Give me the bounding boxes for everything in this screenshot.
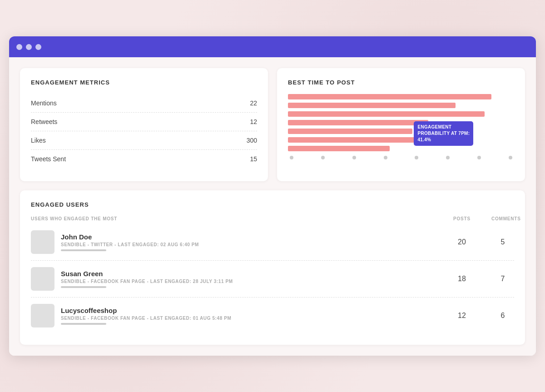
engaged-header-row: USERS WHO ENGAGED THE MOST POSTS COMMENT… — [31, 216, 514, 221]
app-window: ENGAGEMENT METRICS Mentions 22 Retweets … — [9, 36, 536, 356]
bar-7 — [288, 146, 390, 151]
metric-label-tweets-sent: Tweets Sent — [31, 155, 66, 163]
dot-3 — [35, 44, 41, 50]
x-label-4 — [384, 156, 387, 159]
x-label-1 — [290, 156, 293, 159]
user-info-0: John Doe SENDIBLE - TWITTER - LAST ENGAG… — [61, 233, 444, 251]
metric-value-tweets-sent: 15 — [250, 155, 257, 163]
bar-3 — [288, 111, 485, 117]
user-comments-0: 5 — [491, 238, 514, 246]
user-stats-0: 20 5 — [451, 238, 514, 246]
user-info-2: Lucyscoffeeshop SENDIBLE - FACEBOOK FAN … — [61, 307, 444, 325]
top-row: ENGAGEMENT METRICS Mentions 22 Retweets … — [20, 68, 525, 181]
engaged-users-title: ENGAGED USERS — [31, 201, 514, 208]
user-bar-2 — [61, 323, 106, 325]
user-stats-1: 18 7 — [451, 275, 514, 283]
user-posts-0: 20 — [451, 238, 473, 246]
bar-1 — [288, 94, 491, 99]
user-stats-2: 12 6 — [451, 312, 514, 320]
metrics-list: Mentions 22 Retweets 12 Likes 300 Tweets… — [31, 94, 257, 168]
engaged-users-card: ENGAGED USERS USERS WHO ENGAGED THE MOST… — [20, 190, 525, 345]
metric-label-retweets: Retweets — [31, 118, 57, 125]
avatar-1 — [31, 267, 54, 291]
engagement-metrics-title: ENGAGEMENT METRICS — [31, 79, 257, 86]
user-meta-1: SENDIBLE - FACEBOOK FAN PAGE - LAST ENGA… — [61, 279, 444, 284]
user-name-0: John Doe — [61, 233, 444, 241]
x-label-5 — [415, 156, 418, 159]
dot-1 — [16, 44, 22, 50]
user-row-1: Susan Green SENDIBLE - FACEBOOK FAN PAGE… — [31, 261, 514, 298]
x-label-8 — [509, 156, 512, 159]
user-meta-2: SENDIBLE - FACEBOOK FAN PAGE - LAST ENGA… — [61, 316, 444, 321]
engagement-metrics-card: ENGAGEMENT METRICS Mentions 22 Retweets … — [20, 68, 268, 181]
window-content: ENGAGEMENT METRICS Mentions 22 Retweets … — [9, 57, 536, 356]
metric-label-likes: Likes — [31, 137, 46, 144]
x-label-6 — [446, 156, 450, 159]
metric-row-tweets-sent: Tweets Sent 15 — [31, 150, 257, 168]
user-comments-2: 6 — [491, 312, 514, 320]
chart-area: ENGAGEMENT PROBABILITY AT 7PM: 41.4% — [288, 94, 514, 170]
metric-value-likes: 300 — [247, 137, 257, 144]
bar-container — [288, 94, 514, 151]
metric-row-mentions: Mentions 22 — [31, 94, 257, 113]
chart-tooltip: ENGAGEMENT PROBABILITY AT 7PM: 41.4% — [414, 121, 473, 146]
titlebar — [9, 36, 536, 57]
col-header-posts: POSTS — [451, 216, 473, 221]
metric-row-likes: Likes 300 — [31, 131, 257, 150]
best-time-card: BEST TIME TO POST ENGAGEMENT PROBABILITY… — [277, 68, 525, 181]
col-headers: POSTS COMMENTS — [451, 216, 514, 221]
col-header-comments: COMMENTS — [491, 216, 514, 221]
bar-4 — [288, 120, 428, 125]
metric-value-retweets: 12 — [250, 118, 257, 125]
metric-label-mentions: Mentions — [31, 99, 57, 107]
user-name-2: Lucyscoffeeshop — [61, 307, 444, 314]
user-bar-0 — [61, 249, 106, 251]
x-label-3 — [352, 156, 356, 159]
user-bar-1 — [61, 286, 106, 288]
tooltip-line2: PROBABILITY AT 7PM: — [417, 130, 470, 137]
best-time-title: BEST TIME TO POST — [288, 79, 514, 86]
user-posts-1: 18 — [451, 275, 473, 283]
metric-value-mentions: 22 — [250, 99, 257, 107]
avatar-0 — [31, 230, 54, 254]
avatar-2 — [31, 304, 54, 327]
engaged-subtitle: USERS WHO ENGAGED THE MOST — [31, 216, 451, 221]
x-label-7 — [477, 156, 481, 159]
metric-row-retweets: Retweets 12 — [31, 113, 257, 131]
user-row-0: John Doe SENDIBLE - TWITTER - LAST ENGAG… — [31, 224, 514, 261]
chart-x-labels — [288, 156, 514, 159]
user-posts-2: 12 — [451, 312, 473, 320]
bar-2 — [288, 103, 456, 108]
tooltip-line3: 41.4% — [417, 137, 470, 143]
tooltip-line1: ENGAGEMENT — [417, 124, 470, 130]
user-name-1: Susan Green — [61, 270, 444, 278]
dot-2 — [26, 44, 32, 50]
user-info-1: Susan Green SENDIBLE - FACEBOOK FAN PAGE… — [61, 270, 444, 288]
user-row-2: Lucyscoffeeshop SENDIBLE - FACEBOOK FAN … — [31, 298, 514, 334]
user-meta-0: SENDIBLE - TWITTER - LAST ENGAGED: 02 AU… — [61, 242, 444, 247]
user-comments-1: 7 — [491, 275, 514, 283]
x-label-2 — [321, 156, 325, 159]
bar-5 — [288, 129, 412, 134]
